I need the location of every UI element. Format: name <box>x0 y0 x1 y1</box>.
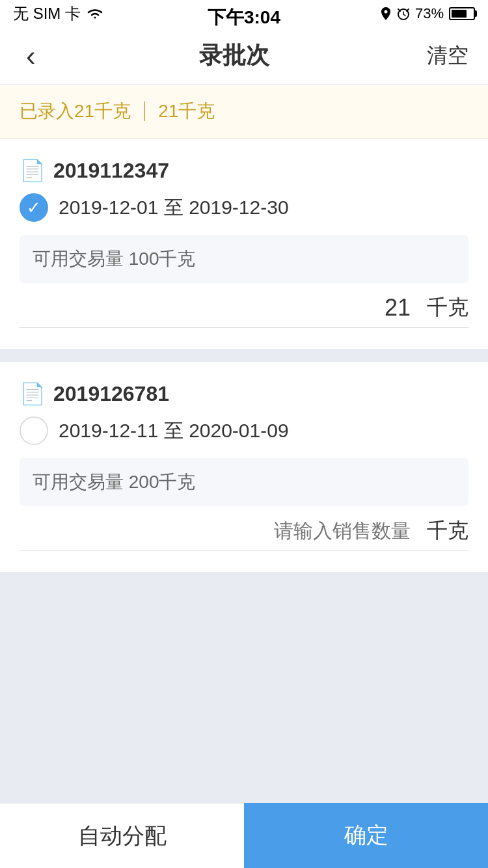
qty-input-line-1: 千克 <box>0 283 488 327</box>
batch-id-1: 2019112347 <box>53 159 169 183</box>
qty-unit-2: 千克 <box>427 517 468 545</box>
page-title: 录批次 <box>199 40 269 72</box>
qty-input-line-2: 千克 <box>0 506 488 550</box>
batch-icon-1: 📄 <box>20 158 46 183</box>
summary-amount: 21千克 <box>158 99 215 124</box>
batch-id-2: 2019126781 <box>53 382 169 406</box>
qty-divider-1 <box>20 327 468 328</box>
qty-input-wrapper-1: 千克 <box>0 283 488 349</box>
batch-header-2: 📄 2019126781 <box>20 381 468 406</box>
wifi-icon <box>86 7 104 20</box>
batch-date-2: 2019-12-11 至 2020-01-09 <box>59 418 289 444</box>
confirm-button[interactable]: 确定 <box>244 803 488 868</box>
batch-date-1: 2019-12-01 至 2019-12-30 <box>59 195 289 221</box>
batch-header-1: 📄 2019112347 <box>20 158 468 183</box>
available-qty-1: 可用交易量 100千克 <box>20 235 468 283</box>
auto-distribute-button[interactable]: 自动分配 <box>0 803 244 868</box>
section-separator <box>0 349 488 362</box>
status-carrier: 无 SIM 卡 <box>13 3 104 24</box>
clear-button[interactable]: 清空 <box>427 42 468 70</box>
batch-date-row-1[interactable]: ✓ 2019-12-01 至 2019-12-30 <box>20 193 468 222</box>
back-button[interactable]: ‹ <box>20 33 42 79</box>
battery-icon <box>449 7 475 20</box>
qty-input-wrapper-2: 千克 <box>0 506 488 572</box>
summary-bar: 已录入21千克 21千克 <box>0 85 488 139</box>
alarm-icon <box>397 7 410 21</box>
qty-divider-2 <box>20 550 468 551</box>
svg-point-0 <box>384 10 387 14</box>
batch-card-1: 📄 2019112347 ✓ 2019-12-01 至 2019-12-30 可… <box>0 139 488 283</box>
status-right: 73% <box>380 5 475 22</box>
batch-card-2: 📄 2019126781 2019-12-11 至 2020-01-09 可用交… <box>0 362 488 506</box>
radio-button-1[interactable]: ✓ <box>20 193 48 222</box>
qty-input-2[interactable] <box>238 520 420 542</box>
battery-percent: 73% <box>415 5 444 22</box>
footer: 自动分配 确定 <box>0 803 488 868</box>
batch-icon-2: 📄 <box>20 381 46 406</box>
qty-input-1[interactable] <box>316 294 420 321</box>
check-icon-1: ✓ <box>27 198 41 218</box>
location-icon <box>380 7 392 21</box>
batch-date-row-2[interactable]: 2019-12-11 至 2020-01-09 <box>20 416 468 445</box>
radio-button-2[interactable] <box>20 416 48 445</box>
nav-bar: ‹ 录批次 清空 <box>0 27 488 85</box>
available-qty-2: 可用交易量 200千克 <box>20 458 468 506</box>
summary-divider <box>144 102 145 121</box>
qty-unit-1: 千克 <box>427 293 468 322</box>
summary-recorded: 已录入21千克 <box>20 99 131 124</box>
status-time: 下午3:04 <box>208 5 280 30</box>
